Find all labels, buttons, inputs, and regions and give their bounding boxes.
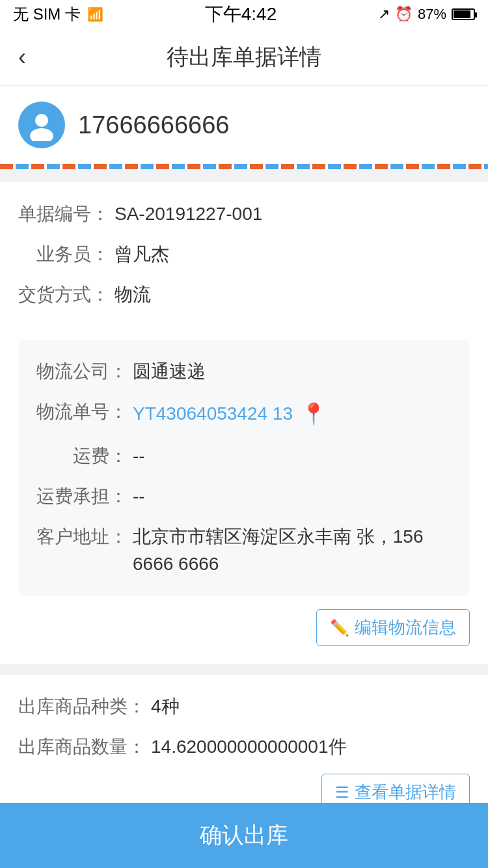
logistics-company-label: 物流公司： [36, 358, 128, 385]
freight-label: 运费： [36, 442, 128, 470]
goods-quantity-value: 14.620000000000001件 [151, 733, 470, 761]
view-details-label: 查看单据详情 [355, 781, 456, 804]
order-info-section: 单据编号： SA-20191227-001 业务员： 曾凡杰 交货方式： 物流 [0, 182, 488, 327]
tracking-value: YT43064053424 13 📍 [133, 398, 452, 429]
logistics-company-value: 圆通速递 [133, 358, 452, 385]
freight-row: 运费： -- [36, 442, 452, 470]
nav-bar: ‹ 待出库单据详情 [0, 29, 488, 86]
delivery-method-row: 交货方式： 物流 [18, 281, 470, 308]
list-icon: ☰ [335, 783, 349, 802]
status-bar: 无 SIM 卡 📶 下午4:42 ↗ ⏰ 87% [0, 0, 488, 29]
address-value: 北京市市辖区海淀区永丰南 张，156 6666 6666 [133, 523, 452, 578]
svg-point-1 [30, 128, 53, 141]
confirm-button-label: 确认出库 [200, 821, 288, 850]
customer-phone: 17666666666 [78, 111, 229, 139]
edit-logistics-label: 编辑物流信息 [355, 616, 456, 639]
battery-icon [452, 8, 475, 20]
back-button[interactable]: ‹ [18, 44, 26, 71]
edit-logistics-button[interactable]: ✏️ 编辑物流信息 [316, 609, 470, 646]
delivery-method-value: 物流 [115, 281, 470, 308]
carrier-text: 无 SIM 卡 [13, 4, 81, 25]
sales-rep-row: 业务员： 曾凡杰 [18, 241, 470, 268]
confirm-button-bar[interactable]: 确认出库 [0, 803, 488, 868]
sales-rep-label: 业务员： [18, 241, 109, 268]
address-label: 客户地址： [36, 523, 128, 550]
sales-rep-value: 曾凡杰 [115, 241, 470, 268]
address-row: 客户地址： 北京市市辖区海淀区永丰南 张，156 6666 6666 [36, 523, 452, 578]
goods-category-label: 出库商品种类： [18, 693, 146, 720]
goods-category-row: 出库商品种类： 4种 [18, 693, 470, 720]
section-separator [0, 664, 488, 675]
logistics-card: 物流公司： 圆通速递 物流单号： YT43064053424 13 📍 运费： … [18, 340, 470, 596]
dashed-divider [0, 164, 488, 169]
delivery-method-label: 交货方式： [18, 281, 109, 308]
avatar [18, 102, 65, 148]
person-icon [25, 109, 58, 141]
logistics-section: 物流公司： 圆通速递 物流单号： YT43064053424 13 📍 运费： … [0, 327, 488, 664]
logistics-company-row: 物流公司： 圆通速递 [36, 358, 452, 385]
order-number-row: 单据编号： SA-20191227-001 [18, 200, 470, 228]
location-status-icon: ↗ [378, 6, 390, 23]
freight-value: -- [133, 442, 452, 470]
order-number-value: SA-20191227-001 [115, 200, 470, 228]
status-time: 下午4:42 [205, 2, 277, 27]
svg-point-0 [35, 114, 48, 127]
freight-bearer-row: 运费承担： -- [36, 483, 452, 510]
freight-bearer-value: -- [133, 483, 452, 510]
battery-text: 87% [418, 6, 446, 23]
map-pin-icon[interactable]: 📍 [301, 398, 327, 429]
customer-header: 17666666666 [0, 86, 488, 164]
goods-category-value: 4种 [151, 693, 470, 720]
edit-icon: ✏️ [330, 619, 349, 637]
tracking-label: 物流单号： [36, 398, 128, 426]
alarm-icon: ⏰ [395, 6, 413, 23]
page-title: 待出库单据详情 [167, 42, 321, 72]
tracking-row: 物流单号： YT43064053424 13 📍 [36, 398, 452, 429]
status-right: ↗ ⏰ 87% [378, 6, 475, 23]
status-left: 无 SIM 卡 📶 [13, 4, 103, 25]
wifi-icon: 📶 [87, 7, 103, 22]
edit-logistics-area: ✏️ 编辑物流信息 [18, 609, 470, 646]
order-number-label: 单据编号： [18, 200, 109, 228]
goods-quantity-label: 出库商品数量： [18, 733, 146, 761]
freight-bearer-label: 运费承担： [36, 483, 128, 510]
goods-quantity-row: 出库商品数量： 14.620000000000001件 [18, 733, 470, 761]
